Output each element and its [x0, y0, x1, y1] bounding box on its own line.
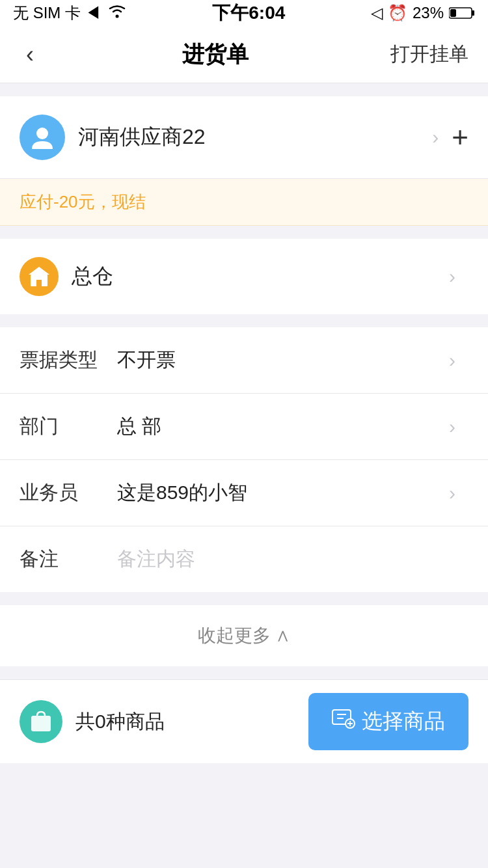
- select-goods-button[interactable]: 选择商品: [308, 693, 468, 750]
- section-gap-2: [0, 226, 488, 239]
- supplier-row[interactable]: 河南供应商22 › +: [0, 96, 488, 179]
- svg-marker-6: [29, 267, 49, 275]
- person-icon: [29, 124, 55, 150]
- goods-icon-wrap: [20, 700, 62, 743]
- supplier-card: 河南供应商22 › + 应付-20元，现结: [0, 96, 488, 226]
- salesperson-value: 这是859的小智: [117, 480, 449, 506]
- goods-count-label: 共0种商品: [75, 709, 308, 735]
- avatar: [20, 115, 65, 160]
- svg-point-4: [36, 128, 48, 139]
- supplier-name: 河南供应商22: [78, 123, 432, 152]
- alarm-icon: ⏰: [388, 4, 407, 22]
- select-goods-label: 选择商品: [362, 707, 445, 736]
- remark-label: 备注: [20, 546, 117, 573]
- back-button[interactable]: ‹: [20, 34, 40, 75]
- svg-rect-3: [450, 9, 456, 17]
- collapse-label: 收起更多 ∧: [198, 625, 291, 645]
- status-right: ◁ ⏰ 23%: [371, 4, 475, 22]
- open-pending-button[interactable]: 打开挂单: [390, 41, 468, 68]
- department-row[interactable]: 部门 总 部 ›: [0, 394, 488, 460]
- remark-input[interactable]: 备注内容: [117, 546, 468, 573]
- status-left: 无 SIM 卡 ◀: [13, 3, 127, 23]
- invoice-chevron-icon: ›: [449, 349, 455, 372]
- invoice-type-label: 票据类型: [20, 347, 117, 373]
- chevron-right-icon: ›: [432, 126, 439, 148]
- remark-row[interactable]: 备注 备注内容: [0, 526, 488, 592]
- svg-rect-8: [31, 716, 51, 731]
- salesperson-row[interactable]: 业务员 这是859的小智 ›: [0, 460, 488, 526]
- add-button[interactable]: +: [452, 121, 468, 154]
- warehouse-chevron-icon: ›: [449, 265, 455, 288]
- svg-rect-2: [472, 10, 474, 16]
- notice-bar: 应付-20元，现结: [0, 179, 488, 226]
- warehouse-name: 总仓: [72, 262, 449, 291]
- status-bar: 无 SIM 卡 ◀ 下午6:04 ◁ ⏰ 23%: [0, 0, 488, 26]
- invoice-type-value: 不开票: [117, 347, 449, 373]
- select-goods-icon: [332, 709, 355, 734]
- department-chevron-icon: ›: [449, 416, 455, 438]
- status-time: 下午6:04: [212, 1, 285, 25]
- warehouse-icon-wrap: [20, 257, 59, 296]
- location-icon: ◁: [371, 4, 383, 22]
- section-gap-1: [0, 83, 488, 96]
- form-card: 票据类型 不开票 › 部门 总 部 › 业务员 这是859的小智 › 备注 备注…: [0, 327, 488, 592]
- invoice-type-row[interactable]: 票据类型 不开票 ›: [0, 327, 488, 394]
- svg-rect-7: [36, 280, 42, 286]
- warehouse-icon: [28, 265, 50, 288]
- warehouse-row[interactable]: 总仓 ›: [0, 239, 488, 314]
- warehouse-card: 总仓 ›: [0, 239, 488, 314]
- svg-point-0: [115, 15, 118, 18]
- bottom-bar: 共0种商品 选择商品: [0, 679, 488, 763]
- sim-label: 无 SIM 卡 ◀: [13, 3, 101, 23]
- battery-label: 23%: [413, 4, 444, 22]
- page-rest: [0, 763, 488, 868]
- salesperson-chevron-icon: ›: [449, 482, 455, 504]
- nav-bar: ‹ 进货单 打开挂单: [0, 26, 488, 83]
- wifi-icon: [107, 4, 127, 22]
- battery-icon: [449, 7, 475, 20]
- department-value: 总 部: [117, 413, 449, 440]
- department-label: 部门: [20, 413, 117, 440]
- page-title: 进货单: [182, 40, 249, 70]
- collapse-row[interactable]: 收起更多 ∧: [0, 605, 488, 666]
- goods-bag-icon: [29, 709, 53, 734]
- salesperson-label: 业务员: [20, 480, 117, 506]
- notice-text: 应付-20元，现结: [20, 192, 146, 211]
